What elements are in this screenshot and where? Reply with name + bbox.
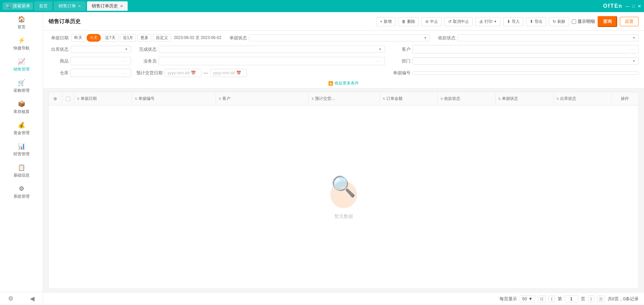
print-btn[interactable]: 🖨 打印 ▼ xyxy=(475,17,501,26)
page-number-input[interactable] xyxy=(565,295,578,302)
sidebar-bottom: ⚙ ◀ xyxy=(0,292,43,305)
payment-status-chevron: ▼ xyxy=(632,36,636,40)
query-btn[interactable]: 查询 xyxy=(598,16,617,27)
sidebar-item-home[interactable]: 🏠 首页 xyxy=(0,12,43,33)
maximize-btn[interactable]: □ xyxy=(632,4,635,9)
import-btn[interactable]: ⬇ 导入 xyxy=(503,17,523,26)
th-sort-icon-outstatus[interactable]: ⇅ xyxy=(556,97,559,101)
order-no-input[interactable] xyxy=(413,71,639,75)
payment-status-select[interactable]: ▼ xyxy=(458,34,639,41)
tab-sales-order[interactable]: 销售订单 ✕ xyxy=(54,1,86,11)
th-sort-icon-orderno[interactable]: ⇅ xyxy=(135,97,137,101)
sidebar-settings-btn[interactable]: ⚙ xyxy=(8,295,13,302)
delete-btn[interactable]: 🗑 删除 xyxy=(398,17,419,26)
toolbar: + 新增 🗑 删除 ⊘ 中止 ↺ 取消中止 xyxy=(376,16,639,27)
salesperson-field: 业务员 ··· xyxy=(136,57,385,65)
filter-row-4: 仓库 ··· 预计交货日期 yyyy-mm-dd 📅 — yyyy-mm-dd xyxy=(48,69,639,77)
search-label: 搜索菜单 xyxy=(13,3,30,9)
sidebar-item-purchase[interactable]: 🛒 采购管理 xyxy=(0,76,43,97)
payment-status-label: 收款状态 xyxy=(435,35,456,41)
header-checkbox[interactable] xyxy=(66,97,71,101)
payment-status-field: 收款状态 ▼ xyxy=(435,34,639,41)
page-next-btn[interactable]: ⟩ xyxy=(588,296,594,302)
close-btn[interactable]: ✕ xyxy=(638,4,641,9)
delivery-date-end[interactable]: yyyy-mm-dd 📅 xyxy=(210,69,247,77)
show-detail-toggle[interactable]: 显示明细 xyxy=(572,18,595,25)
sidebar-item-basic-info[interactable]: 📋 基础信息 xyxy=(0,160,43,182)
department-label: 部门 xyxy=(390,58,411,64)
home-icon: 🏠 xyxy=(18,15,25,23)
collapse-row[interactable]: 🔼 收起更多条件 xyxy=(48,80,639,86)
department-field: 部门 ▼ xyxy=(390,58,639,65)
warehouse-input[interactable]: ··· xyxy=(71,69,131,77)
salesperson-input[interactable]: ··· xyxy=(159,57,385,65)
sidebar-label-home: 首页 xyxy=(17,24,26,30)
filter-area: 单据日期 昨天 今天 近7天 近1月 更多 自定义 2023-06-02 至 2… xyxy=(43,31,644,88)
cancel-stop-btn[interactable]: ↺ 取消中止 xyxy=(444,17,473,26)
minimize-btn[interactable]: — xyxy=(625,4,630,9)
complete-status-select[interactable]: ▼ xyxy=(159,46,385,53)
delivery-start-placeholder: yyyy-mm-dd xyxy=(168,71,189,75)
show-detail-checkbox[interactable] xyxy=(572,20,576,24)
th-order-status: ⇅ 单据状态 xyxy=(496,92,553,105)
sidebar-collapse-btn[interactable]: ◀ xyxy=(30,295,35,302)
tab-home[interactable]: 首页 xyxy=(34,1,52,11)
page-last-btn[interactable]: ⟩⟩ xyxy=(597,296,605,302)
customer-label: 客户 xyxy=(390,46,411,52)
export-btn[interactable]: ⬆ 导出 xyxy=(526,17,546,26)
page-prev-btn[interactable]: ⟨ xyxy=(549,296,555,302)
top-bar: 🔍 搜索菜单 首页 销售订单 ✕ 销售订单历史 ✕ OfTEn — □ ✕ xyxy=(0,0,644,12)
page-label: 页 xyxy=(581,296,585,302)
product-field: 商品 ··· xyxy=(48,57,131,65)
page-header: 销售订单历史 + 新增 🗑 删除 ⊘ 中止 ↺ xyxy=(43,12,644,31)
page-size-select[interactable]: 50 ▼ xyxy=(520,295,535,302)
th-checkbox[interactable] xyxy=(62,92,74,105)
delivery-date-start[interactable]: yyyy-mm-dd 📅 xyxy=(165,69,202,77)
refresh-btn[interactable]: ↻ 刷新 xyxy=(549,17,569,26)
th-settings[interactable]: ⚙ xyxy=(49,92,62,105)
new-btn[interactable]: + 新增 xyxy=(376,17,395,26)
stop-btn[interactable]: ⊘ 中止 xyxy=(422,17,442,26)
out-status-chevron: ▼ xyxy=(125,47,128,51)
department-chevron: ▼ xyxy=(632,59,636,63)
page-size-label: 每页显示 xyxy=(500,296,517,302)
date-btn-yesterday[interactable]: 昨天 xyxy=(71,34,85,42)
th-sort-icon-orderstatus[interactable]: ⇅ xyxy=(498,97,501,101)
order-no-label: 单据编号 xyxy=(390,70,411,76)
order-status-select[interactable]: ▼ xyxy=(249,34,430,41)
department-select[interactable]: ▼ xyxy=(413,58,639,65)
customer-input[interactable]: ··· xyxy=(413,45,639,53)
sidebar-item-system[interactable]: ⚙ 系统管理 xyxy=(0,182,43,203)
show-detail-label: 显示明细 xyxy=(577,18,595,25)
empty-illustration: 🔍 xyxy=(324,175,364,208)
sidebar-item-finance[interactable]: 💰 资金管理 xyxy=(0,118,43,139)
stop-icon: ⊘ xyxy=(425,19,429,24)
product-input[interactable]: ··· xyxy=(71,57,131,65)
date-btn-more[interactable]: 更多 xyxy=(137,34,152,42)
window-controls: OfTEn — □ ✕ xyxy=(603,3,641,9)
search-box[interactable]: 🔍 搜索菜单 xyxy=(3,2,33,10)
date-btn-1month[interactable]: 近1月 xyxy=(120,34,136,42)
new-icon: + xyxy=(380,19,382,24)
settings-btn[interactable]: 设置 xyxy=(620,17,639,26)
out-status-select[interactable]: ▼ xyxy=(71,46,131,53)
th-sort-icon-payment[interactable]: ⇅ xyxy=(440,97,443,101)
date-btn-7days[interactable]: 近7天 xyxy=(102,34,119,42)
tab-close-sales-order[interactable]: ✕ xyxy=(78,4,81,8)
tab-close-sales-order-history[interactable]: ✕ xyxy=(120,4,123,8)
th-sort-icon-amount[interactable]: ⇅ xyxy=(383,97,385,101)
date-btn-today[interactable]: 今天 xyxy=(87,34,101,42)
page-first-btn[interactable]: ⟨⟨ xyxy=(538,296,546,302)
sidebar-item-inventory[interactable]: 📦 库存核算 xyxy=(0,97,43,118)
sidebar-item-operations[interactable]: 📊 经营管理 xyxy=(0,139,43,160)
th-customer: ⇅ 客户 xyxy=(216,92,309,105)
th-sort-icon-date[interactable]: ⇅ xyxy=(77,97,80,101)
sidebar-label-quicknav: 快捷导航 xyxy=(13,45,30,51)
th-sort-icon-customer[interactable]: ⇅ xyxy=(219,97,221,101)
tab-sales-order-history[interactable]: 销售订单历史 ✕ xyxy=(87,1,128,11)
sidebar-item-sales[interactable]: 📈 销售管理 xyxy=(0,54,43,76)
calendar-end-icon: 📅 xyxy=(236,71,241,75)
sidebar-item-quicknav[interactable]: ⚡ 快捷导航 xyxy=(0,33,43,54)
th-sort-icon-delivery[interactable]: ⇅ xyxy=(311,97,314,101)
date-btn-custom[interactable]: 自定义 xyxy=(153,34,171,42)
